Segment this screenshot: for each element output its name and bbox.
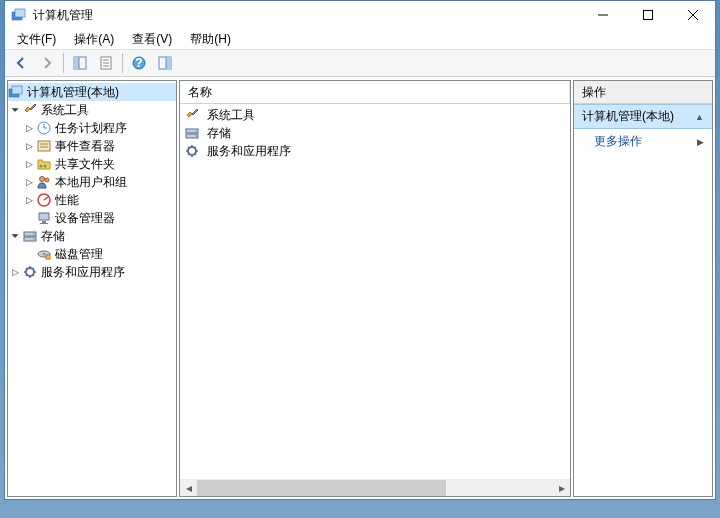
- tree-item-task-scheduler[interactable]: ▷ 任务计划程序: [8, 119, 176, 137]
- actions-section-title[interactable]: 计算机管理(本地) ▲: [574, 104, 712, 129]
- tree-item-system-tools[interactable]: ⏷ 系统工具: [8, 101, 176, 119]
- svg-rect-7: [74, 57, 79, 69]
- tree-label: 本地用户和组: [55, 174, 127, 191]
- scroll-thumb[interactable]: [197, 480, 446, 496]
- menu-action[interactable]: 操作(A): [66, 29, 122, 50]
- list-item-storage[interactable]: 存储: [180, 124, 570, 142]
- column-header-name[interactable]: 名称: [180, 81, 570, 103]
- expand-toggle-icon[interactable]: ▷: [22, 123, 36, 133]
- event-viewer-icon: [36, 138, 52, 154]
- svg-rect-3: [643, 11, 652, 20]
- window-title: 计算机管理: [33, 7, 580, 24]
- minimize-button[interactable]: [580, 1, 625, 29]
- device-manager-icon: [36, 210, 52, 226]
- expand-toggle-icon[interactable]: ▷: [22, 195, 36, 205]
- tree-item-event-viewer[interactable]: ▷ 事件查看器: [8, 137, 176, 155]
- help-button[interactable]: ?: [127, 51, 151, 75]
- tree-item-root[interactable]: 计算机管理(本地): [8, 83, 176, 101]
- tree-item-performance[interactable]: ▷ 性能: [8, 191, 176, 209]
- tree-label: 事件查看器: [55, 138, 115, 155]
- svg-rect-23: [38, 141, 50, 151]
- actions-more[interactable]: 更多操作 ▶: [574, 129, 712, 154]
- expand-toggle-icon[interactable]: ▷: [8, 267, 22, 277]
- scroll-track[interactable]: [197, 480, 553, 496]
- shared-folders-icon: [36, 156, 52, 172]
- actions-header: 操作: [574, 81, 712, 104]
- tree-label: 计算机管理(本地): [27, 84, 119, 101]
- system-tools-icon: [184, 107, 200, 123]
- show-hide-tree-button[interactable]: [68, 51, 92, 75]
- tree-item-disk-mgmt[interactable]: 磁盘管理: [8, 245, 176, 263]
- tree-label: 服务和应用程序: [41, 264, 125, 281]
- disk-mgmt-icon: [36, 246, 52, 262]
- tree-label: 共享文件夹: [55, 156, 115, 173]
- tree-item-services-apps[interactable]: ▷ 服务和应用程序: [8, 263, 176, 281]
- expand-toggle-icon[interactable]: ▷: [22, 177, 36, 187]
- window-controls: [580, 1, 715, 29]
- clock-icon: [36, 120, 52, 136]
- toolbar-separator: [122, 53, 123, 73]
- services-icon: [184, 143, 200, 159]
- back-button[interactable]: [9, 51, 33, 75]
- tree-panel: 计算机管理(本地) ⏷ 系统工具 ▷ 任务计划程序 ▷: [7, 80, 177, 497]
- tree-label: 性能: [55, 192, 79, 209]
- actions-panel: 操作 计算机管理(本地) ▲ 更多操作 ▶: [573, 80, 713, 497]
- svg-point-28: [40, 177, 45, 182]
- list-item-label: 存储: [207, 125, 231, 142]
- expand-toggle-icon[interactable]: ⏷: [8, 105, 22, 115]
- svg-text:?: ?: [135, 56, 142, 70]
- svg-point-38: [33, 238, 35, 240]
- tree-label: 存储: [41, 228, 65, 245]
- storage-icon: [22, 228, 38, 244]
- list-panel: 名称 系统工具 存储 服务和应用程序 ◂: [179, 80, 571, 497]
- svg-point-26: [40, 165, 43, 168]
- tree-item-device-manager[interactable]: 设备管理器: [8, 209, 176, 227]
- list-item-services[interactable]: 服务和应用程序: [180, 142, 570, 160]
- scroll-left-button[interactable]: ◂: [180, 480, 197, 496]
- close-button[interactable]: [670, 1, 715, 29]
- list-body: 系统工具 存储 服务和应用程序: [180, 104, 570, 479]
- menu-help[interactable]: 帮助(H): [182, 29, 239, 50]
- svg-rect-41: [46, 255, 50, 259]
- toolbar-separator: [63, 53, 64, 73]
- app-window: 计算机管理 文件(F) 操作(A) 查看(V) 帮助(H) ? 计算机管理(本地…: [4, 0, 716, 500]
- tree-label: 任务计划程序: [55, 120, 127, 137]
- actions-more-label: 更多操作: [594, 133, 642, 150]
- svg-point-40: [43, 253, 46, 255]
- titlebar: 计算机管理: [5, 1, 715, 29]
- svg-point-46: [195, 135, 197, 137]
- list-header: 名称: [180, 81, 570, 104]
- forward-button[interactable]: [35, 51, 59, 75]
- svg-rect-19: [12, 86, 22, 94]
- menu-file[interactable]: 文件(F): [9, 29, 64, 50]
- svg-point-37: [33, 233, 35, 235]
- menubar: 文件(F) 操作(A) 查看(V) 帮助(H): [5, 29, 715, 49]
- app-icon: [11, 7, 27, 23]
- list-item-system-tools[interactable]: 系统工具: [180, 106, 570, 124]
- storage-icon: [184, 125, 200, 141]
- tree-item-shared-folders[interactable]: ▷ 共享文件夹: [8, 155, 176, 173]
- services-icon: [22, 264, 38, 280]
- show-hide-action-button[interactable]: [153, 51, 177, 75]
- list-item-label: 系统工具: [207, 107, 255, 124]
- svg-rect-1: [15, 9, 25, 17]
- actions-section-label: 计算机管理(本地): [582, 108, 674, 125]
- list-item-label: 服务和应用程序: [207, 143, 291, 160]
- tree-item-local-users[interactable]: ▷ 本地用户和组: [8, 173, 176, 191]
- expand-toggle-icon[interactable]: ⏷: [8, 231, 22, 241]
- expand-toggle-icon[interactable]: ▷: [22, 141, 36, 151]
- svg-rect-33: [42, 221, 46, 223]
- svg-point-29: [45, 178, 49, 182]
- tree-label: 磁盘管理: [55, 246, 103, 263]
- scroll-right-button[interactable]: ▸: [553, 480, 570, 496]
- tree-item-storage[interactable]: ⏷ 存储: [8, 227, 176, 245]
- horizontal-scrollbar[interactable]: ◂ ▸: [180, 479, 570, 496]
- users-icon: [36, 174, 52, 190]
- toolbar: ?: [5, 49, 715, 77]
- expand-toggle-icon[interactable]: ▷: [22, 159, 36, 169]
- menu-view[interactable]: 查看(V): [124, 29, 180, 50]
- maximize-button[interactable]: [625, 1, 670, 29]
- svg-point-27: [44, 165, 47, 168]
- properties-button[interactable]: [94, 51, 118, 75]
- svg-point-45: [195, 130, 197, 132]
